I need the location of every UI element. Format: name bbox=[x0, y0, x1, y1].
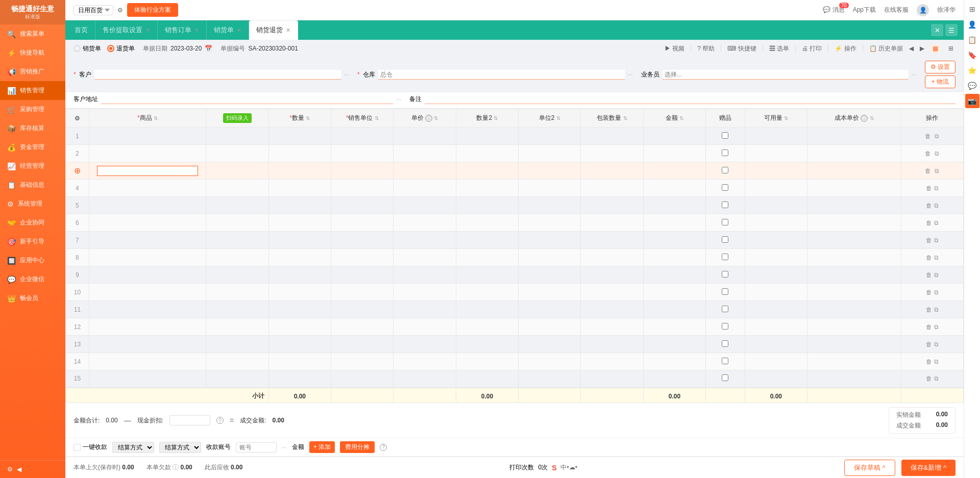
shortcut-action[interactable]: ⌨ 快捷键 bbox=[727, 44, 756, 53]
sidebar-item-apps[interactable]: 🔲 应用中心 bbox=[0, 251, 65, 270]
right-icon-4[interactable]: 🔖 bbox=[965, 48, 979, 62]
active-row-qty[interactable] bbox=[268, 162, 331, 180]
row-12-copy-icon[interactable]: ⧉ bbox=[934, 323, 939, 331]
row-2-unit[interactable] bbox=[331, 145, 394, 162]
online-service-link[interactable]: 在线客服 bbox=[884, 6, 909, 14]
row-1-unit[interactable] bbox=[331, 128, 394, 145]
sidebar-item-finance[interactable]: 💰 资金管理 bbox=[0, 138, 65, 157]
row-4-copy-icon[interactable]: ⧉ bbox=[934, 185, 939, 192]
row-6-gift[interactable] bbox=[706, 214, 745, 232]
unit-sort-icon[interactable]: ⇅ bbox=[375, 115, 379, 121]
row-2-delete-icon[interactable]: 🗑 bbox=[925, 150, 931, 157]
sidebar-item-quicknav[interactable]: ⚡ 快捷导航 bbox=[0, 43, 65, 62]
account-input[interactable] bbox=[236, 442, 277, 452]
active-row-amount[interactable] bbox=[643, 162, 705, 180]
row-12-delete-icon[interactable]: 🗑 bbox=[926, 323, 932, 331]
row-4-gift[interactable] bbox=[706, 180, 745, 197]
sidebar-item-marketing[interactable]: 📢 营销推广 bbox=[0, 62, 65, 81]
add-payment-button[interactable]: + 添加 bbox=[309, 441, 335, 453]
right-icon-2[interactable]: 👤 bbox=[965, 17, 979, 32]
row-1-qty[interactable] bbox=[268, 128, 331, 145]
cost-sort-icon[interactable]: ⇅ bbox=[870, 115, 874, 121]
active-product-input[interactable] bbox=[97, 166, 198, 176]
row-4-amount[interactable] bbox=[643, 180, 705, 197]
qty2-sort-icon[interactable]: ⇅ bbox=[494, 115, 498, 121]
tab-sales-return[interactable]: 销货退货 ✕ bbox=[249, 20, 298, 40]
row-1-copy-icon[interactable]: ⧉ bbox=[935, 133, 939, 140]
discount-info-icon[interactable]: ? bbox=[216, 417, 224, 424]
select-action[interactable]: ☰ 选单 bbox=[769, 44, 789, 53]
row-2-product[interactable] bbox=[89, 145, 206, 162]
calendar-icon[interactable]: 📅 bbox=[205, 45, 212, 52]
row-11-copy-icon[interactable]: ⧉ bbox=[934, 306, 939, 313]
th-product[interactable]: *商品 ⇅ bbox=[89, 109, 206, 128]
row-2-unit2[interactable] bbox=[519, 145, 581, 162]
row-1-product[interactable] bbox=[89, 128, 206, 145]
cost-info-icon[interactable]: ⓘ bbox=[861, 115, 868, 122]
product-sort-icon[interactable]: ⇅ bbox=[154, 115, 158, 121]
active-row-unit[interactable] bbox=[331, 162, 394, 180]
module-select[interactable]: 日用百货 bbox=[74, 5, 113, 15]
settings-gear-icon[interactable]: ⚙ bbox=[117, 7, 123, 14]
operate-action[interactable]: ⚡ 操作 bbox=[835, 44, 856, 53]
row-1-unit2[interactable] bbox=[519, 128, 581, 145]
th-scan[interactable]: 扫码录入 bbox=[206, 109, 268, 128]
row-2-qty2[interactable] bbox=[456, 145, 518, 162]
salesperson-input[interactable] bbox=[663, 70, 909, 80]
sidebar-item-system[interactable]: ⚙ 系统管理 bbox=[0, 194, 65, 213]
sidebar-item-inventory[interactable]: 📦 库存核算 bbox=[0, 119, 65, 138]
account-select[interactable]: 结算方式 bbox=[159, 442, 201, 453]
row-7-gift[interactable] bbox=[706, 232, 745, 249]
right-icon-3[interactable]: 📋 bbox=[965, 33, 979, 47]
debit-icon[interactable]: ⓘ bbox=[173, 464, 179, 471]
history-action[interactable]: 📋 历史单据 bbox=[869, 44, 903, 53]
warehouse-dots[interactable]: ··· bbox=[628, 71, 633, 78]
th-pack-qty[interactable]: 包装数量 ⇅ bbox=[581, 109, 643, 128]
prev-record[interactable]: ◀ bbox=[909, 45, 914, 52]
row-2-pack-qty[interactable] bbox=[581, 145, 643, 162]
th-price[interactable]: 单价 ⓘ ⇅ bbox=[394, 109, 456, 128]
price-sort-icon[interactable]: ⇅ bbox=[434, 115, 438, 121]
row-10-delete-icon[interactable]: 🗑 bbox=[926, 289, 932, 296]
row-6-delete-icon[interactable]: 🗑 bbox=[926, 219, 932, 227]
th-unit2[interactable]: 单位2 ⇅ bbox=[519, 109, 581, 128]
collapse-icon[interactable]: ◀ bbox=[17, 466, 21, 473]
row-7-copy-icon[interactable]: ⧉ bbox=[934, 237, 939, 244]
print-action[interactable]: 🖨 打印 bbox=[802, 44, 822, 53]
radio-return[interactable]: 退货单 bbox=[107, 44, 135, 53]
remark-input[interactable] bbox=[425, 94, 955, 104]
row-4-qty[interactable] bbox=[268, 180, 331, 197]
row-4-delete-icon[interactable]: 🗑 bbox=[926, 185, 932, 192]
sidebar-item-guide[interactable]: 🎯 新手引导 bbox=[0, 232, 65, 251]
row-14-copy-icon[interactable]: ⧉ bbox=[934, 358, 939, 365]
settlement-select[interactable]: 结算方式 bbox=[112, 442, 154, 453]
payment-checkbox[interactable] bbox=[74, 444, 81, 451]
row-5-gift[interactable] bbox=[706, 197, 745, 214]
tab-menu[interactable]: ☰ bbox=[945, 24, 958, 36]
tab-sales-close[interactable]: ✕ bbox=[237, 27, 241, 34]
row-5-copy-icon[interactable]: ⧉ bbox=[934, 202, 939, 209]
warehouse-input[interactable] bbox=[378, 70, 625, 80]
active-row-pack-qty[interactable] bbox=[581, 162, 643, 180]
row-2-gift[interactable] bbox=[706, 145, 745, 162]
qty-sort-icon[interactable]: ⇅ bbox=[306, 115, 310, 121]
app-download-link[interactable]: App下载 bbox=[853, 6, 876, 14]
next-record[interactable]: ▶ bbox=[920, 45, 924, 52]
row-8-delete-icon[interactable]: 🗑 bbox=[926, 254, 932, 261]
row-2-qty[interactable] bbox=[268, 145, 331, 162]
active-row-qty2[interactable] bbox=[456, 162, 518, 180]
th-available[interactable]: 可用量 ⇅ bbox=[745, 109, 807, 128]
settings-button[interactable]: ⚙ 设置 bbox=[925, 61, 955, 73]
message-badge[interactable]: 💬 70 消息 bbox=[823, 6, 844, 14]
row-2-price[interactable] bbox=[394, 145, 456, 162]
user-name[interactable]: 徐泽华 bbox=[937, 6, 955, 14]
salesperson-dots[interactable]: ··· bbox=[912, 71, 917, 78]
row-14-delete-icon[interactable]: 🗑 bbox=[926, 358, 932, 365]
active-delete-icon[interactable]: 🗑 bbox=[925, 167, 931, 174]
save-new-button[interactable]: 保存&新增 ^ bbox=[901, 460, 955, 476]
tab-sales-order-close[interactable]: ✕ bbox=[194, 27, 199, 34]
row-15-delete-icon[interactable]: 🗑 bbox=[926, 375, 932, 382]
row-15-gift[interactable] bbox=[706, 370, 745, 388]
row-1-gift[interactable] bbox=[706, 128, 745, 145]
th-cost-price[interactable]: 成本单价 ⓘ ⇅ bbox=[807, 109, 901, 128]
